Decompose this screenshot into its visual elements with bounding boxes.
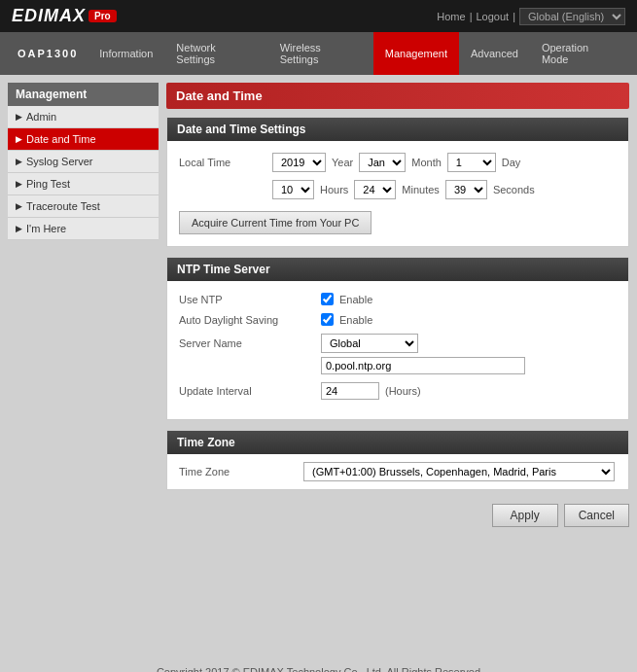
sidebar-item-syslog[interactable]: ▶ Syslog Server xyxy=(8,151,159,173)
cancel-button[interactable]: Cancel xyxy=(564,504,629,527)
sidebar-section-label: Management xyxy=(8,83,159,106)
header-right: Home | Logout | Global (English) xyxy=(437,8,625,25)
navbar: OAP1300 Information Network Settings Wir… xyxy=(0,32,637,75)
device-id: OAP1300 xyxy=(8,32,88,75)
use-ntp-label: Use NTP xyxy=(179,294,315,305)
local-time-label: Local Time xyxy=(179,157,266,168)
year-select[interactable]: 2019 xyxy=(272,153,326,172)
hours-unit-label: (Hours) xyxy=(385,385,421,397)
server-name-fields: Global xyxy=(321,334,525,374)
ntp-section-header: NTP Time Server xyxy=(167,258,628,281)
sidebar-item-ping-label: Ping Test xyxy=(26,178,70,190)
arrow-icon-imhere: ▶ xyxy=(16,224,22,233)
auto-daylight-row: Auto Daylight Saving Enable xyxy=(179,313,617,326)
logo: EDIMAX Pro xyxy=(12,6,117,26)
sidebar-item-date-and-time[interactable]: ▶ Date and Time xyxy=(8,128,159,151)
timezone-section-body: Time Zone (GMT+01:00) Brussels, Copenhag… xyxy=(167,454,628,489)
month-select[interactable]: Jan xyxy=(359,153,406,172)
nav-item-wireless-settings[interactable]: Wireless Settings xyxy=(268,32,373,75)
auto-daylight-checkbox[interactable] xyxy=(321,313,334,326)
arrow-icon-syslog: ▶ xyxy=(16,157,22,166)
footer-text: Copyright 2017 © EDIMAX Technology Co., … xyxy=(157,666,480,672)
time-row: 10 Hours 24 Minutes 39 Seconds xyxy=(179,180,617,199)
sidebar-item-syslog-label: Syslog Server xyxy=(26,156,92,167)
logo-pro: Pro xyxy=(88,10,117,22)
seconds-label: Seconds xyxy=(493,184,535,195)
server-region-select[interactable]: Global xyxy=(321,334,418,353)
logo-text: EDIMAX xyxy=(12,6,86,26)
separator: | xyxy=(470,11,473,22)
minutes-label: Minutes xyxy=(402,184,440,195)
use-ntp-enable-label: Enable xyxy=(339,294,372,305)
hours-label: Hours xyxy=(320,184,348,195)
hour-select[interactable]: 10 xyxy=(272,180,314,199)
content: Date and Time Date and Time Settings Loc… xyxy=(166,83,629,651)
sidebar-item-traceroute[interactable]: ▶ Traceroute Test xyxy=(8,195,159,218)
second-select[interactable]: 39 xyxy=(445,180,487,199)
acquire-time-button[interactable]: Acquire Current Time from Your PC xyxy=(179,211,372,234)
footer-buttons: Apply Cancel xyxy=(166,500,629,531)
day-label: Day xyxy=(502,157,521,168)
arrow-icon-ping: ▶ xyxy=(16,179,22,189)
arrow-icon-active: ▶ xyxy=(16,134,22,144)
apply-button[interactable]: Apply xyxy=(492,504,558,527)
ntp-section: NTP Time Server Use NTP Enable Auto Dayl… xyxy=(166,257,629,420)
header: EDIMAX Pro Home | Logout | Global (Engli… xyxy=(0,0,637,32)
date-row: Local Time 2019 Year Jan Month 1 Day xyxy=(179,153,617,172)
lang-select[interactable]: Global (English) xyxy=(519,8,625,25)
logout-link[interactable]: Logout xyxy=(476,11,509,22)
ntp-section-body: Use NTP Enable Auto Daylight Saving Enab… xyxy=(167,281,628,419)
day-select[interactable]: 1 xyxy=(447,153,496,172)
minute-select[interactable]: 24 xyxy=(354,180,396,199)
page-title: Date and Time xyxy=(166,83,629,109)
auto-daylight-label: Auto Daylight Saving xyxy=(179,314,315,326)
update-interval-row: Update Interval (Hours) xyxy=(179,382,617,400)
sidebar-item-traceroute-label: Traceroute Test xyxy=(26,200,100,212)
separator2: | xyxy=(513,11,515,22)
arrow-icon-traceroute: ▶ xyxy=(16,201,22,211)
nav-item-advanced[interactable]: Advanced xyxy=(459,32,530,75)
sidebar-item-ping[interactable]: ▶ Ping Test xyxy=(8,173,159,195)
sidebar-item-date-label: Date and Time xyxy=(26,133,96,145)
timezone-section-header: Time Zone xyxy=(167,431,628,454)
year-label: Year xyxy=(332,157,353,168)
use-ntp-checkbox[interactable] xyxy=(321,293,334,305)
nav-item-management[interactable]: Management xyxy=(373,32,459,75)
update-interval-label: Update Interval xyxy=(179,385,315,397)
sidebar-item-admin-label: Admin xyxy=(26,111,56,123)
nav-item-network-settings[interactable]: Network Settings xyxy=(164,32,267,75)
auto-daylight-enable-label: Enable xyxy=(339,314,372,326)
date-time-section-body: Local Time 2019 Year Jan Month 1 Day xyxy=(167,141,628,246)
date-time-section-header: Date and Time Settings xyxy=(167,118,628,141)
sidebar-item-im-here[interactable]: ▶ I'm Here xyxy=(8,218,159,240)
server-name-label: Server Name xyxy=(179,334,315,349)
sidebar: Management ▶ Admin ▶ Date and Time ▶ Sys… xyxy=(8,83,159,651)
update-interval-input[interactable] xyxy=(321,382,379,400)
server-name-row: Server Name Global xyxy=(179,334,617,374)
nav-item-information[interactable]: Information xyxy=(88,32,164,75)
month-label: Month xyxy=(411,157,442,168)
home-link[interactable]: Home xyxy=(437,11,465,22)
use-ntp-row: Use NTP Enable xyxy=(179,293,617,305)
timezone-section: Time Zone Time Zone (GMT+01:00) Brussels… xyxy=(166,430,629,490)
timezone-select[interactable]: (GMT+01:00) Brussels, Copenhagen, Madrid… xyxy=(303,462,615,481)
date-time-section: Date and Time Settings Local Time 2019 Y… xyxy=(166,117,629,247)
footer: Copyright 2017 © EDIMAX Technology Co., … xyxy=(0,658,637,672)
nav-item-operation-mode[interactable]: Operation Mode xyxy=(530,32,629,75)
server-url-input[interactable] xyxy=(321,357,525,374)
main: Management ▶ Admin ▶ Date and Time ▶ Sys… xyxy=(0,75,637,658)
sidebar-item-imhere-label: I'm Here xyxy=(26,223,66,234)
sidebar-item-admin[interactable]: ▶ Admin xyxy=(8,106,159,128)
timezone-label: Time Zone xyxy=(179,466,296,477)
arrow-icon: ▶ xyxy=(16,112,22,122)
